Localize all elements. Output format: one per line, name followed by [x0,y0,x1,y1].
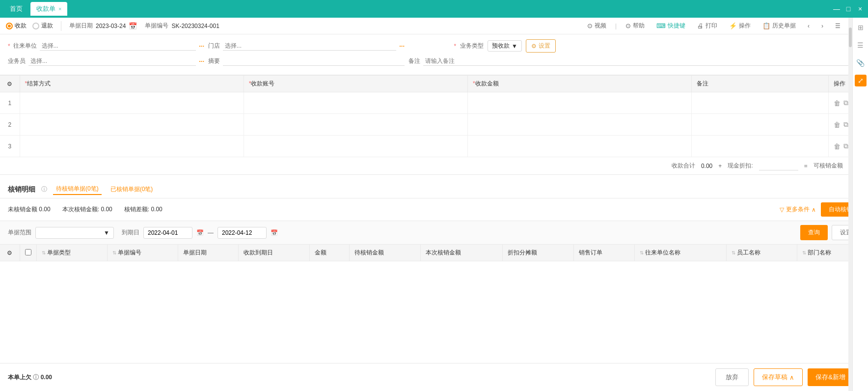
diff-stat: 核销差额: 0.00 [124,205,163,214]
delete-icon-1[interactable]: 🗑 [834,99,841,107]
table-row: 2 🗑 ⧉ [0,114,868,136]
video-icon: ⊙ [587,22,593,29]
minimize-btn[interactable]: — [833,5,841,13]
remark-input[interactable] [423,56,860,66]
print-label: 打印 [705,22,717,30]
copy-icon-2[interactable]: ⧉ [843,120,848,129]
calendar-icon-from[interactable]: 📅 [196,229,204,236]
scrollbar[interactable] [848,18,852,391]
row-amount-3[interactable] [468,136,692,157]
abstract-label: 摘要 [208,57,220,65]
store-more-btn[interactable]: ··· [399,42,405,50]
sidebar-icon-list[interactable]: ☰ [855,39,867,51]
calendar-icon-to[interactable]: 📅 [271,229,278,236]
video-btn[interactable]: ⊙ 视频 [584,21,609,31]
hx-tab-done[interactable]: 已核销单据(0笔) [108,184,156,195]
copy-icon-3[interactable]: ⧉ [843,142,848,150]
total-value: 0.00 [701,163,712,169]
copy-icon-1[interactable]: ⧉ [843,99,848,107]
query-btn[interactable]: 查询 [800,225,828,240]
table-settings-th[interactable]: ⚙ [0,76,20,92]
range-select[interactable]: ▼ [35,227,114,239]
row-settlement-2[interactable] [20,114,244,136]
maximize-btn[interactable]: □ [844,5,852,13]
row-amount-2[interactable] [468,114,692,136]
calendar-icon[interactable]: 📅 [129,22,137,30]
dropdown-arrow: ▼ [512,43,517,50]
bottom-th-due-date: 收款到期日 [239,245,310,261]
sidebar-icon-grid[interactable]: ⊞ [855,22,867,33]
bottom-th-settings[interactable]: ⚙ [0,245,20,261]
delete-icon-3[interactable]: 🗑 [834,142,841,150]
row-account-3[interactable] [244,136,467,157]
draft-btn[interactable]: 保存草稿 ∧ [754,368,803,386]
number-label: 单据编号 [145,22,168,30]
th-settlement: *结算方式 [20,76,244,92]
table-row: 3 🗑 ⧉ [0,136,868,157]
bottom-th-checkbox[interactable] [20,245,36,261]
radio-refund[interactable]: 退款 [32,22,53,30]
tab-home[interactable]: 首页 [4,2,28,16]
tab-close-icon[interactable]: × [58,6,61,12]
print-btn[interactable]: 🖨 打印 [694,21,720,31]
business-type-dropdown[interactable]: 预收款 ▼ [488,40,522,52]
bottom-table: ⚙ ⇅ 单据类型 ⇅ 单据编号 单据日期 收款到期日 金额 待 [0,245,868,261]
bottom-th-doc-type: ⇅ 单据类型 [36,245,107,261]
operation-btn[interactable]: ⚡ 操作 [726,21,754,31]
toolbar: 收款 退款 单据日期 2023-03-24 📅 单据编号 SK-20230324… [0,18,868,34]
sidebar-icon-attachment[interactable]: 📎 [855,57,867,69]
abandon-btn[interactable]: 放弃 [715,368,749,386]
bottom-table-section: ⚙ ⇅ 单据类型 ⇅ 单据编号 单据日期 收款到期日 金额 待 [0,245,868,363]
more-conditions-btn[interactable]: ▽ 更多条件 ∧ [780,205,816,214]
select-all-checkbox[interactable] [25,249,31,255]
discount-input[interactable] [759,161,798,170]
shortcut-btn[interactable]: ⌨ 快捷键 [653,21,688,31]
table-settings-icon[interactable]: ⚙ [7,81,12,87]
history-btn[interactable]: 📋 历史单据 [760,21,799,31]
radio-receipt[interactable]: 收款 [6,22,27,30]
tab-current[interactable]: 收款单 × [30,2,67,16]
delete-icon-2[interactable]: 🗑 [834,121,841,129]
sidebar-icon-expand[interactable]: ⤢ [855,75,867,86]
footer-info-label: 本单上欠 [8,374,31,381]
date-to-input[interactable] [217,227,267,239]
abstract-input[interactable] [223,56,405,66]
counterpart-input[interactable] [40,41,196,51]
row-num-1: 1 [0,92,20,114]
settings-btn[interactable]: ⚙ 设置 [526,39,556,53]
hx-tab-pending[interactable]: 待核销单据(0笔) [53,184,102,195]
close-btn[interactable]: × [856,5,864,13]
bottom-th-doc-num: ⇅ 单据编号 [107,245,178,261]
help-btn[interactable]: ⊙ 帮助 [623,21,648,31]
row-account-2[interactable] [244,114,467,136]
scroll-thumb[interactable] [849,28,852,47]
shortcut-label: 快捷键 [668,22,685,30]
more-conditions-label: 更多条件 [786,205,810,214]
th-amount: *收款金额 [468,76,692,92]
row-remark-2[interactable] [692,114,829,136]
row-remark-1[interactable] [692,92,829,114]
receipt-type-radio-group: 收款 退款 [6,22,53,30]
row-amount-1[interactable] [468,92,692,114]
counterpart-label: 往来单位 [13,42,37,50]
nav-left-btn[interactable]: ‹ [805,22,813,30]
list-view-btn[interactable]: ☰ [832,22,843,30]
date-from-input[interactable] [143,227,192,239]
footer-info-icon[interactable]: ⓘ [33,374,39,381]
row-remark-3[interactable] [692,136,829,157]
staff-more-btn[interactable]: ··· [199,57,204,65]
row-settlement-3[interactable] [20,136,244,157]
toolbar-right-buttons: ⊙ 视频 | ⊙ 帮助 ⌨ 快捷键 🖨 打印 ⚡ 操作 📋 历史单据 [584,21,862,31]
footer-info-value: 0.00 [41,374,52,381]
business-type-field: * 业务类型 预收款 ▼ ⚙ 设置 [408,39,556,53]
row-settlement-1[interactable] [20,92,244,114]
row-account-1[interactable] [244,92,467,114]
current-verify-value: 0.00 [101,206,112,213]
store-input[interactable] [223,41,396,51]
hx-header: 核销明细 ⓘ 待核销单据(0笔) 已核销单据(0笔) [0,179,868,198]
counterpart-more-btn[interactable]: ··· [199,42,204,50]
staff-input[interactable] [28,56,196,66]
hx-info-icon[interactable]: ⓘ [41,185,47,194]
radio-refund-label: 退款 [41,22,53,30]
nav-right-btn[interactable]: › [818,22,826,30]
